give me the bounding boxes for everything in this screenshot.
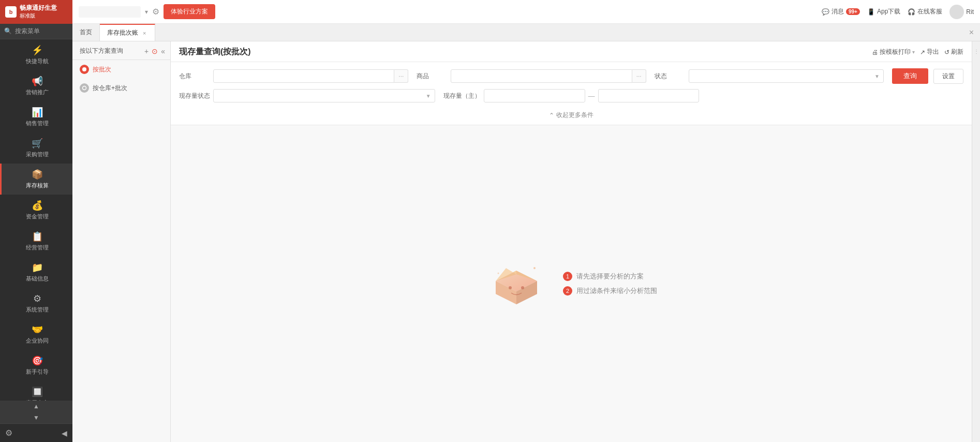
user-name: Rit (966, 8, 974, 16)
query-btn[interactable]: 查询 (892, 68, 928, 84)
product-field: 商品 ··· (417, 69, 646, 83)
sidebar-item-inventory[interactable]: 📦 库存核算 (0, 164, 72, 195)
app-download-item[interactable]: 📱 App下载 (867, 7, 900, 16)
sidebar-item-finance[interactable]: 💰 资金管理 (0, 195, 72, 226)
topbar-gear-icon[interactable]: ⚙ (152, 7, 159, 17)
header-actions: 🖨 按模板打印 ▾ ↗ 导出 ↺ 刷新 (872, 48, 963, 56)
sidebar-item-appcenter[interactable]: 🔲 应用中心 (0, 381, 72, 401)
svg-point-8 (521, 286, 524, 289)
purchase-icon: 🛒 (32, 138, 43, 149)
filter-panel-header: 按以下方案查询 + ⊙ « (72, 41, 170, 60)
stock-qty-min-input[interactable] (484, 89, 585, 102)
industry-btn[interactable]: 体验行业方案 (164, 4, 215, 19)
sidebar-item-operation[interactable]: 📋 经营管理 (0, 226, 72, 257)
tip-number-1: 1 (563, 272, 572, 281)
sidebar-header: b 畅康通好生意 标准版 (0, 0, 72, 24)
status-label: 状态 (655, 72, 686, 81)
range-separator: — (588, 92, 595, 100)
sidebar-item-sales[interactable]: 📊 销售管理 (0, 101, 72, 132)
inventory-icon: 📦 (32, 169, 43, 180)
message-item[interactable]: 💬 消息 99+ (822, 7, 860, 16)
topbar-right: 💬 消息 99+ 📱 App下载 🎧 在线客服 Rit (822, 5, 974, 19)
add-scheme-btn[interactable]: + (144, 47, 149, 55)
message-badge: 99+ (846, 8, 860, 15)
tab-panel-close-btn[interactable]: × (963, 28, 980, 37)
print-btn[interactable]: 🖨 按模板打印 ▾ (872, 48, 915, 56)
scheme-item-warehouse-batch[interactable]: 按仓库+批次 (72, 79, 170, 97)
shortcut-icon: ⚡ (32, 45, 43, 56)
stock-qty-label: 现存量（主） (443, 92, 481, 100)
sidebar-collapse-icon[interactable]: ◀ (62, 429, 67, 437)
empty-tips: 1 请先选择要分析的方案 2 用过滤条件来缩小分析范围 (563, 272, 657, 296)
sidebar-footer: ⚙ ◀ (0, 423, 72, 442)
tab-close-btn[interactable]: × (141, 30, 147, 37)
svg-point-9 (533, 267, 536, 269)
headset-icon: 🎧 (908, 8, 915, 16)
status-field: 状态 全部 有效 无效 ▼ (655, 69, 884, 83)
sidebar-settings-icon[interactable]: ⚙ (5, 428, 12, 438)
mobile-icon: 📱 (867, 8, 875, 16)
main-area: ▾ ⚙ 体验行业方案 💬 消息 99+ 📱 App下载 🎧 在线客服 Rit (72, 0, 980, 442)
empty-tip-2: 2 用过滤条件来缩小分析范围 (563, 286, 657, 296)
basic-icon: 📁 (32, 262, 43, 273)
export-icon: ↗ (920, 49, 925, 56)
filter-row-2: 现存量状态 全部 有库存 无库存 ▼ 现存量（主） (179, 89, 963, 102)
scheme-settings-btn[interactable]: ⊙ (152, 47, 158, 55)
sidebar-scroll-up[interactable]: ▲ (0, 401, 72, 412)
export-btn[interactable]: ↗ 导出 (920, 48, 939, 56)
stock-status-field: 现存量状态 全部 有库存 无库存 ▼ (179, 89, 435, 102)
warehouse-input-wrapper: ··· (213, 69, 408, 83)
refresh-btn[interactable]: ↺ 刷新 (944, 48, 963, 56)
empty-state: 1 请先选择要分析的方案 2 用过滤条件来缩小分析范围 (171, 125, 972, 442)
filter-panel-title: 按以下方案查询 (80, 47, 123, 55)
topbar-left: ▾ ⚙ 体验行业方案 (79, 4, 818, 19)
warehouse-input[interactable] (213, 69, 394, 83)
page-content: 按以下方案查询 + ⊙ « 按批次 按仓库 (72, 41, 980, 442)
filter-panel: 按以下方案查询 + ⊙ « 按批次 按仓库 (72, 41, 171, 442)
stock-qty-field: 现存量（主） — (443, 89, 700, 102)
edge-scroll-btn[interactable]: ⋮ (974, 47, 979, 56)
product-input[interactable] (451, 69, 632, 83)
scheme-item-batch[interactable]: 按批次 (72, 60, 170, 79)
search-icon: 🔍 (4, 27, 12, 35)
tab-home[interactable]: 首页 (72, 24, 100, 41)
product-suffix-btn[interactable]: ··· (632, 69, 646, 83)
svg-point-1 (83, 86, 86, 90)
sales-icon: 📊 (32, 107, 43, 118)
panel-collapse-btn[interactable]: « (161, 47, 165, 55)
tabs-bar: 首页 库存批次账 × × (72, 24, 980, 41)
sidebar-item-newuser[interactable]: 🎯 新手引导 (0, 350, 72, 381)
marketing-icon: 📢 (32, 76, 43, 87)
svg-point-10 (498, 273, 499, 274)
refresh-icon: ↺ (944, 49, 949, 56)
stock-qty-max-input[interactable] (598, 89, 700, 102)
sidebar-item-system[interactable]: ⚙ 系统管理 (0, 288, 72, 319)
app-logo: b (5, 6, 17, 18)
user-item[interactable]: Rit (949, 5, 974, 19)
settings-btn[interactable]: 设置 (933, 69, 963, 84)
collapse-more-btn[interactable]: ⌃ 收起更多条件 (179, 108, 963, 122)
collapse-chevron-up-icon: ⌃ (549, 112, 554, 119)
warehouse-label: 仓库 (179, 72, 210, 81)
tab-inventory-batch[interactable]: 库存批次账 × (100, 24, 155, 41)
online-service-item[interactable]: 🎧 在线客服 (908, 7, 942, 16)
sidebar-item-enterprise[interactable]: 🤝 企业协同 (0, 319, 72, 350)
sidebar-item-purchase[interactable]: 🛒 采购管理 (0, 132, 72, 164)
warehouse-suffix-btn[interactable]: ··· (394, 69, 408, 83)
filter-row-1: 仓库 ··· 商品 ··· 状态 (179, 68, 963, 84)
breadcrumb-input[interactable] (79, 6, 141, 18)
scheme-icon-warehouse-batch (80, 83, 89, 93)
sidebar-item-marketing[interactable]: 📢 营销推广 (0, 70, 72, 101)
sidebar-scroll-down[interactable]: ▼ (0, 412, 72, 423)
sidebar-item-basic[interactable]: 📁 基础信息 (0, 257, 72, 288)
sidebar: b 畅康通好生意 标准版 🔍 搜索菜单 ⚡ 快捷导航 📢 营销推广 📊 销售管理… (0, 0, 72, 442)
sidebar-item-shortcut[interactable]: ⚡ 快捷导航 (0, 39, 72, 70)
sidebar-search[interactable]: 🔍 搜索菜单 (0, 24, 72, 39)
warehouse-field: 仓库 ··· (179, 69, 408, 83)
stock-status-select[interactable]: 全部 有库存 无库存 (213, 89, 435, 102)
print-chevron-icon: ▾ (912, 49, 915, 55)
topbar-chevron-icon[interactable]: ▾ (145, 8, 148, 16)
filter-panel-actions: + ⊙ « (144, 47, 165, 55)
scheme-list: 按批次 按仓库+批次 (72, 60, 170, 442)
status-select[interactable]: 全部 有效 无效 (689, 69, 884, 83)
